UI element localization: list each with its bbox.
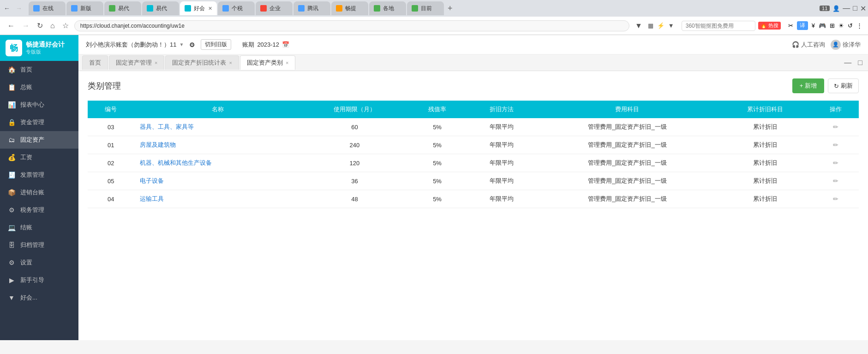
sidebar-label-more: 好会... [20, 294, 37, 302]
page-tab-home[interactable]: 首页 [82, 55, 108, 70]
browser-tab-6[interactable]: 企业 [256, 1, 293, 15]
browser-tab-2[interactable]: 易代 [104, 1, 141, 15]
cell-method-4: 年限平均 [467, 190, 537, 208]
edit-icon-4[interactable]: ✏ [833, 195, 838, 203]
sidebar-item-more[interactable]: ▼ 好会... [0, 289, 78, 306]
switch-to-old-button[interactable]: 切到旧版 [201, 39, 231, 50]
window-close-button[interactable]: ✕ [860, 4, 866, 13]
sidebar-item-settings[interactable]: ⚙ 设置 [0, 254, 78, 271]
sidebar-item-payroll[interactable]: 💰 工资 [0, 149, 78, 166]
browser-tab-1[interactable]: 新版 [66, 1, 103, 15]
qr-icon[interactable]: ▦ [648, 22, 653, 29]
cell-action-4[interactable]: ✏ [812, 190, 859, 208]
browser-tab-0[interactable]: 在线 [29, 1, 66, 15]
browser-tab-10[interactable]: 目前 [407, 1, 444, 15]
sidebar-item-fixed-assets[interactable]: 🗂 固定资产 [0, 131, 78, 149]
tab-favicon-1 [71, 5, 78, 12]
browser-tab-4[interactable]: 好会 ✕ [180, 1, 217, 15]
edit-icon-3[interactable]: ✏ [833, 177, 838, 185]
browser-tab-3[interactable]: 易代 [142, 1, 179, 15]
page-tab-depreciation-table[interactable]: 固定资产折旧统计表 × [165, 55, 239, 70]
add-button[interactable]: + 新增 [792, 78, 824, 93]
browser-tab-5[interactable]: 个税 [218, 1, 255, 15]
sidebar-item-home[interactable]: 🏠 首页 [0, 61, 78, 78]
translate-icon[interactable]: 译 [797, 21, 808, 30]
forward-button[interactable]: → [14, 5, 24, 12]
tab-close-4[interactable]: ✕ [208, 6, 212, 12]
cell-name-4[interactable]: 运输工具 [134, 190, 301, 208]
panel-maximize-button[interactable]: □ [856, 59, 864, 67]
page-tab-depreciation-table-close[interactable]: × [229, 60, 232, 66]
sidebar-item-funds[interactable]: 🔒 资金管理 [0, 114, 78, 131]
page-tab-fixed-assets-mgmt-close[interactable]: × [155, 60, 157, 66]
nav-forward-button[interactable]: → [20, 22, 31, 30]
page-tab-asset-category-label: 固定资产类别 [247, 59, 283, 67]
sidebar-item-tax[interactable]: ⚙ 税务管理 [0, 201, 78, 219]
tab-label-4: 好会 [194, 5, 205, 12]
cell-name-0[interactable]: 器具、工具、家具等 [134, 118, 301, 136]
nav-refresh-button[interactable]: ↻ [35, 21, 45, 30]
game-icon[interactable]: 🎮 [819, 22, 826, 29]
user-name-label: 刘小艳演示账套（勿删勿动！）11 [86, 41, 176, 49]
profile-icon[interactable]: 👤 [832, 5, 840, 12]
page-tab-asset-category[interactable]: 固定资产类别 × [240, 55, 295, 70]
maximize-button[interactable]: □ [853, 4, 857, 12]
cell-action-0[interactable]: ✏ [812, 118, 859, 136]
sidebar-item-archive[interactable]: 🗄 归档管理 [0, 236, 78, 254]
sun-icon[interactable]: ☀ [838, 22, 844, 29]
cell-expense-2: 管理费用_固定资产折旧_一级 [537, 154, 718, 172]
currency-icon[interactable]: ¥ [812, 22, 815, 29]
nav-back-button[interactable]: ← [6, 22, 17, 30]
search-input[interactable] [682, 21, 755, 31]
cell-name-1[interactable]: 房屋及建筑物 [134, 136, 301, 154]
app-header: 刘小艳演示账套（勿删勿动！）11 ▼ ⚙ 切到旧版 账期 2023-12 📅 🎧… [78, 35, 868, 54]
service-button[interactable]: 🎧 人工咨询 [792, 41, 825, 49]
panel-minimize-button[interactable]: — [842, 59, 853, 67]
page-tab-asset-category-close[interactable]: × [286, 60, 288, 66]
address-arrow-icon[interactable]: ▼ [668, 22, 674, 29]
calendar-icon[interactable]: 📅 [282, 41, 289, 48]
cell-name-2[interactable]: 机器、机械和其他生产设备 [134, 154, 301, 172]
grid-icon[interactable]: ⊞ [830, 22, 835, 29]
scissors-icon[interactable]: ✂ [788, 22, 793, 29]
rotate-icon[interactable]: ↺ [848, 22, 853, 29]
address-bar: ← → ↻ ⌂ ☆ ▼ ▦ ⚡ ▼ 🔥 热搜 ✂ 译 ¥ 🎮 ⊞ ☀ ↺ ⋮ [0, 17, 868, 35]
cell-action-1[interactable]: ✏ [812, 136, 859, 154]
cell-action-2[interactable]: ✏ [812, 154, 859, 172]
period-info: 账期 2023-12 📅 [242, 41, 289, 49]
sidebar-item-inventory[interactable]: 📦 进销台账 [0, 184, 78, 201]
new-tab-button[interactable]: + [445, 4, 455, 13]
user-dropdown-icon[interactable]: ▼ [179, 42, 184, 47]
tab-favicon-10 [412, 5, 418, 12]
nav-star-button[interactable]: ☆ [60, 21, 71, 30]
nav-dropdown-button[interactable]: ▼ [633, 22, 644, 30]
sidebar-item-reports[interactable]: 📊 报表中心 [0, 96, 78, 114]
sidebar-item-invoices[interactable]: 🧾 发票管理 [0, 166, 78, 184]
edit-icon-0[interactable]: ✏ [833, 123, 838, 131]
page-tab-fixed-assets-mgmt[interactable]: 固定资产管理 × [109, 55, 164, 70]
browser-tab-9[interactable]: 各地 [369, 1, 406, 15]
sidebar-item-guide[interactable]: ▶ 新手引导 [0, 271, 78, 289]
payroll-icon: 💰 [7, 154, 16, 161]
nav-home-button[interactable]: ⌂ [48, 22, 57, 30]
cell-expense-0: 管理费用_固定资产折旧_一级 [537, 118, 718, 136]
user-account-button[interactable]: 👤 徐泽华 [831, 40, 861, 50]
edit-icon-1[interactable]: ✏ [833, 141, 838, 149]
more-icon[interactable]: ⋮ [856, 22, 862, 29]
refresh-button[interactable]: ↻ 刷新 [828, 78, 859, 93]
address-input[interactable] [74, 20, 629, 31]
sidebar-item-ledger[interactable]: 📋 总账 [0, 78, 78, 96]
cell-depreciation-0: 累计折旧 [718, 118, 812, 136]
browser-tab-8[interactable]: 畅提 [331, 1, 368, 15]
cell-name-3[interactable]: 电子设备 [134, 172, 301, 190]
back-button[interactable]: ← [2, 5, 12, 12]
lightning-icon[interactable]: ⚡ [657, 22, 664, 29]
minimize-button[interactable]: — [843, 4, 850, 12]
browser-tab-7[interactable]: 腾讯 [293, 1, 330, 15]
inventory-icon: 📦 [7, 189, 16, 196]
edit-icon-2[interactable]: ✏ [833, 159, 838, 167]
address-right: ▦ ⚡ ▼ [648, 22, 674, 29]
settings-gear-icon[interactable]: ⚙ [189, 41, 195, 48]
cell-action-3[interactable]: ✏ [812, 172, 859, 190]
sidebar-item-closing[interactable]: 💻 结账 [0, 219, 78, 236]
